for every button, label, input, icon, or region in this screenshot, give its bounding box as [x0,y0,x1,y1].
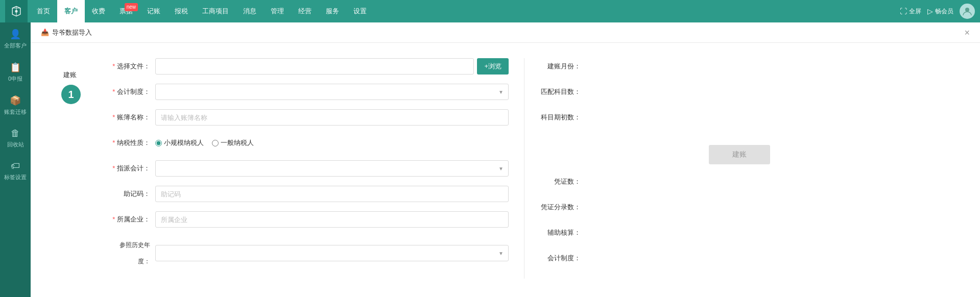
subject-init-row: 科目期初数： [540,109,939,126]
all-customers-icon: 👤 [10,29,21,40]
import-icon: 📥 [41,29,49,36]
left-sidebar: 👤 全部客户 📋 0申报 📦 账套迁移 🗑 回收站 🏷 标签设置 [0,22,31,297]
nav-finance[interactable]: 经营 [291,0,319,22]
build-month-row: 建账月份： [540,58,939,75]
nav-commerce[interactable]: 工商项目 [195,0,236,22]
memo-code-label: 助记码： [109,186,150,202]
svg-point-0 [15,10,17,12]
nav-items: 首页 客户 收费 票据 new 记账 报税 工商项目 消息 管理 经营 服务 设… [30,0,900,22]
nav-customer[interactable]: 客户 [57,0,85,22]
auxiliary-accounting-label: 辅助核算： [540,225,581,241]
subject-init-label: 科目期初数： [540,109,581,126]
nav-message[interactable]: 消息 [236,0,264,22]
vip-btn[interactable]: ▷ 畅会员 [927,7,953,16]
assigned-accountant-select-wrapper: ▼ [155,160,509,177]
new-badge: new [125,3,138,11]
tax-general-radio[interactable]: 一般纳税人 [212,138,254,147]
memo-code-row: 助记码： [109,186,509,202]
form-columns: * 选择文件： +浏览 * 会计制度： [99,58,949,279]
browse-button[interactable]: +浏览 [477,58,509,75]
form-container: 建账 1 * 选择文件： +浏览 [31,43,980,297]
avatar[interactable] [960,4,975,19]
tag-settings-icon: 🏷 [11,161,20,171]
nav-invoice[interactable]: 票据 new [112,0,140,22]
form-right-col: 建账月份： 匹配科目数： 科目期初数： [530,58,949,279]
tax-type-radio-group: 小规模纳税人 一般纳税人 [155,138,509,147]
sidebar-item-declaration[interactable]: 📋 0申报 [0,56,31,89]
reference-year-row: 参照历史年度： ▼ [109,237,509,269]
nav-management[interactable]: 管理 [264,0,291,22]
ledger-name-input[interactable] [155,109,509,126]
sidebar-item-account-migration[interactable]: 📦 账套迁移 [0,89,31,122]
nav-home[interactable]: 首页 [30,0,57,22]
top-nav: 首页 客户 收费 票据 new 记账 报税 工商项目 消息 管理 经营 服务 设… [0,0,980,22]
page-header-title: 📥 导爷数据导入 [41,28,92,37]
voucher-entries-row: 凭证分录数： [540,199,939,215]
assigned-accountant-label: * 指派会计： [109,160,150,177]
build-account-button[interactable]: 建账 [709,145,770,164]
file-label: * 选择文件： [109,58,150,75]
affiliated-enterprise-input[interactable] [155,211,509,228]
right-accounting-system-row: 会计制度： [540,250,939,266]
step-badge: 1 [61,85,81,104]
form-col-divider [524,58,524,279]
reference-year-select[interactable] [155,245,509,261]
nav-settings[interactable]: 设置 [346,0,374,22]
accounting-system-label: * 会计制度： [109,84,150,100]
sidebar-item-tag-settings[interactable]: 🏷 标签设置 [0,155,31,187]
step-section: 建账 1 * 选择文件： +浏览 [31,58,980,279]
voucher-count-row: 凭证数： [540,174,939,190]
nav-ledger[interactable]: 记账 [140,0,168,22]
match-subjects-label: 匹配科目数： [540,84,581,100]
voucher-count-label: 凭证数： [540,174,581,190]
svg-point-1 [965,8,969,12]
tax-small-radio[interactable]: 小规模纳税人 [155,138,204,147]
sidebar-item-recycle[interactable]: 🗑 回收站 [0,122,31,155]
ledger-name-row: * 账簿名称： [109,109,509,126]
step-label: 建账 [63,61,77,80]
tax-type-row: * 纳税性质： 小规模纳税人 一般纳税人 [109,135,509,151]
app-logo [5,0,28,22]
match-subjects-row: 匹配科目数： [540,84,939,100]
accounting-system-select-wrapper: ▼ [155,84,509,100]
auxiliary-accounting-row: 辅助核算： [540,225,939,241]
form-left-col: * 选择文件： +浏览 * 会计制度： [99,58,519,279]
ledger-name-label: * 账簿名称： [109,109,150,126]
build-btn-row: 建账 [540,135,939,164]
nav-billing[interactable]: 收费 [85,0,112,22]
page-header: 📥 导爷数据导入 × [31,22,980,43]
reference-year-label: 参照历史年度： [109,237,150,269]
right-accounting-system-label: 会计制度： [540,250,581,266]
build-month-label: 建账月份： [540,58,581,75]
recycle-icon: 🗑 [11,128,20,139]
assigned-accountant-select[interactable] [155,160,509,177]
affiliated-enterprise-label: * 所属企业： [109,211,150,228]
memo-code-input[interactable] [155,186,509,202]
file-selection-row: * 选择文件： +浏览 [109,58,509,75]
declaration-icon: 📋 [10,62,21,73]
nav-service[interactable]: 服务 [319,0,346,22]
content-area: 📥 导爷数据导入 × 建账 1 [31,22,980,297]
accounting-system-select[interactable] [155,84,509,100]
assigned-accountant-row: * 指派会计： ▼ [109,160,509,177]
sidebar-item-all-customers[interactable]: 👤 全部客户 [0,22,31,56]
voucher-entries-label: 凭证分录数： [540,199,581,215]
tax-type-label: * 纳税性质： [109,135,150,151]
reference-year-select-wrapper: ▼ [155,245,509,261]
nav-tax[interactable]: 报税 [168,0,195,22]
account-migration-icon: 📦 [10,95,21,106]
file-row: +浏览 [155,58,509,75]
affiliated-enterprise-row: * 所属企业： [109,211,509,228]
file-input[interactable] [155,58,474,75]
accounting-system-row: * 会计制度： ▼ [109,84,509,100]
nav-right: ⛶ 全屏 ▷ 畅会员 [900,4,975,19]
fullscreen-btn[interactable]: ⛶ 全屏 [900,7,921,16]
main-layout: 👤 全部客户 📋 0申报 📦 账套迁移 🗑 回收站 🏷 标签设置 📥 导爷数据导… [0,22,980,297]
close-button[interactable]: × [964,28,970,37]
